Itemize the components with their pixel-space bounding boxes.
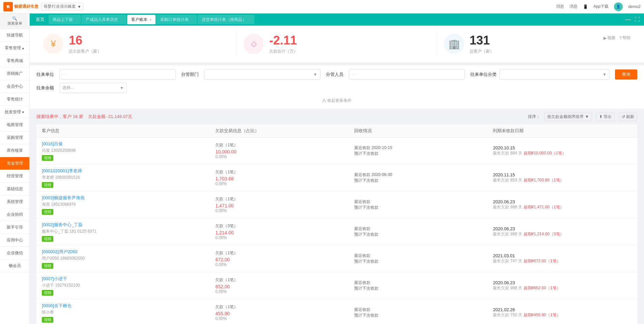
debt-amount-6[interactable]: 652.00 bbox=[215, 284, 354, 289]
collapse-label: 收起更多条件 bbox=[327, 98, 352, 104]
sidebar-item-app-center[interactable]: 应用中心 bbox=[0, 234, 29, 247]
sidebar-item-basic[interactable]: 基础信息 bbox=[0, 183, 29, 196]
sidebar-item-retail-stats[interactable]: 零售统计 bbox=[0, 93, 29, 106]
due-date-6: 2020.06.23 bbox=[493, 280, 632, 285]
tab-close-production-history[interactable]: × bbox=[120, 18, 122, 22]
sidebar-item-vip[interactable]: 畅会员 bbox=[0, 260, 29, 272]
refresh-button[interactable]: ↺ 刷新 bbox=[619, 113, 637, 121]
customer-name-4[interactable]: [0002]服务中心_丁磊 bbox=[42, 222, 83, 227]
export-button[interactable]: ⬆ 导出 bbox=[596, 113, 615, 121]
results-info-suffix: 家 bbox=[79, 114, 83, 119]
tab-close-purchase-order[interactable]: × bbox=[191, 18, 193, 22]
debt-amount-7[interactable]: 455.90 bbox=[215, 311, 354, 316]
customer-name-3[interactable]: [0003]畅捷服务尹海燕 bbox=[42, 195, 85, 200]
collection-info-4: 最近收款 预计下次收款 bbox=[354, 226, 493, 237]
customer-name-5[interactable]: [000002]用户2050 bbox=[42, 249, 78, 254]
tab-purchase-order[interactable]: 采购订单统计表 × bbox=[156, 15, 197, 24]
col-header-customer: 客户信息 bbox=[42, 128, 215, 134]
customer-info-7: [0006]去下粮仓 陈小希 现销 bbox=[42, 303, 215, 323]
debt-amount-3[interactable]: 1,471.00 bbox=[215, 203, 354, 208]
filter-unit-category-select[interactable]: ▼ bbox=[499, 69, 610, 80]
overdue-link-7[interactable]: 超期¥455.90（1笔） bbox=[524, 313, 561, 317]
customer-tag-1: 现销 bbox=[42, 155, 53, 161]
sidebar-item-batch-mgmt[interactable]: 批发管理 ▼ bbox=[0, 106, 29, 119]
customer-name-7[interactable]: [0006]去下粮仓 bbox=[42, 303, 72, 308]
filter-dept-select[interactable]: ▼ bbox=[204, 69, 320, 80]
message-label[interactable]: 消息 bbox=[569, 4, 578, 9]
tab-product-listing[interactable]: 商品上下架 × bbox=[49, 15, 81, 24]
tab-production-history[interactable]: 产成品入库单历史 × bbox=[82, 15, 126, 24]
filter-source-unit-input[interactable]: ··· bbox=[59, 69, 176, 80]
sidebar-item-finance[interactable]: 资金管理 bbox=[0, 157, 29, 170]
overdue-info-1: 2020.10.15 最长欠款 884 天 超期¥10,000.00（1笔） bbox=[493, 145, 632, 156]
collection-latest-1: 最近收款 2020-10-15 bbox=[354, 145, 493, 151]
avatar[interactable]: 👤 bbox=[614, 2, 623, 11]
tab-close-product-listing[interactable]: × bbox=[75, 18, 77, 22]
overdue-link-4[interactable]: 超期¥1,214.00（3笔） bbox=[524, 232, 564, 236]
sort-select[interactable]: 按欠款金额倒序排序 ▼ bbox=[544, 113, 592, 121]
tab-close-inventory-stats[interactable]: × bbox=[248, 18, 250, 22]
tab-collapse-btn[interactable]: — bbox=[624, 17, 632, 23]
sidebar-label-system: 系统管理 bbox=[1, 199, 28, 205]
customer-info-3: [0003]畅捷服务尹海燕 海燕 18513066976 现销 bbox=[42, 195, 215, 215]
sidebar-item-member[interactable]: 会员中心 bbox=[0, 80, 29, 93]
sidebar-item-purchase[interactable]: 采购管理 bbox=[0, 131, 29, 144]
debt-amount-4[interactable]: 1,214.00 bbox=[215, 230, 354, 235]
sidebar-item-inventory[interactable]: 库存核算 bbox=[0, 144, 29, 157]
top-bar-left: 畅 畅捷通好生意 母婴行业演示账套 ▼ bbox=[3, 2, 84, 11]
sidebar-item-quick-nav[interactable]: 快捷导航 bbox=[0, 29, 29, 42]
customer-name-1[interactable]: [0016]吕俊 bbox=[42, 141, 63, 146]
overdue-link-6[interactable]: 超期¥652.00（1笔） bbox=[524, 286, 561, 290]
collection-latest-2: 最近收款 2020-06-30 bbox=[354, 172, 493, 178]
sidebar-item-retail-mgmt[interactable]: 零售管理 ▲ bbox=[0, 42, 29, 55]
sidebar-item-guide[interactable]: 新手引导 bbox=[0, 221, 29, 234]
filter-person-input[interactable]: ··· bbox=[349, 69, 465, 80]
tab-inventory-stats[interactable]: 进货单统计表（按商品） × bbox=[198, 15, 254, 24]
debt-percent-4: 0.00% bbox=[215, 235, 354, 240]
sidebar-item-marketing[interactable]: 营销推广 bbox=[0, 67, 29, 80]
tenant-selector[interactable]: 母婴行业演示账套 ▼ bbox=[41, 3, 84, 10]
debt-amount-5[interactable]: 672.00 bbox=[215, 257, 354, 262]
debt-count-3: 欠款（1笔） bbox=[215, 196, 354, 202]
collapse-filters-btn[interactable]: ⋀ 收起更多条件 bbox=[36, 96, 637, 105]
overdue-link-2[interactable]: 超期¥1,703.68（1笔） bbox=[524, 178, 564, 182]
stat-number-total-customers: 131 bbox=[470, 34, 598, 47]
overdue-link-3[interactable]: 超期¥1,471.00（1笔） bbox=[524, 205, 564, 209]
filter-area: 往来单位 ··· 分管部门 ▼ bbox=[30, 65, 644, 109]
tab-home[interactable]: 首页 bbox=[32, 15, 48, 24]
debt-info-7: 欠款（1笔） 455.90 0.00% bbox=[215, 304, 354, 321]
due-date-2: 2020.11.15 bbox=[493, 172, 632, 177]
debt-amount-1[interactable]: 10,000.00 bbox=[215, 149, 354, 154]
sidebar-label-operations: 经营管理 bbox=[1, 173, 28, 179]
tab-close-customer-account[interactable]: × bbox=[149, 18, 151, 22]
sidebar-item-ecommerce[interactable]: 电商管理 bbox=[0, 119, 29, 131]
filter-dept-label: 分管部门 bbox=[181, 71, 201, 78]
customer-tag-5: 现销 bbox=[42, 263, 53, 269]
app-download-label[interactable]: App下载 bbox=[593, 4, 609, 9]
help-link[interactable]: ? 帮助 bbox=[619, 35, 631, 41]
sidebar-search[interactable]: 🔍 搜索菜单 bbox=[0, 13, 29, 29]
overdue-link-1[interactable]: 超期¥10,000.00（1笔） bbox=[524, 151, 566, 155]
search-button[interactable]: 查询 bbox=[615, 69, 637, 80]
customer-name-6[interactable]: [0007]小进干 bbox=[42, 276, 67, 281]
overdue-link-5[interactable]: 超期¥672.00（1笔） bbox=[524, 259, 561, 263]
sidebar-item-retail-mall[interactable]: 零售商城 bbox=[0, 55, 29, 67]
message-link[interactable]: 消息 bbox=[556, 4, 564, 9]
filter-balance-select[interactable]: 选择... ▼ bbox=[59, 83, 127, 93]
stat-number-debt-total: -2.11 bbox=[269, 34, 430, 47]
sidebar-item-operations[interactable]: 经营管理 bbox=[0, 170, 29, 183]
customer-name-2[interactable]: [0001020001]李老师 bbox=[42, 168, 82, 173]
sidebar-item-enterprise[interactable]: 企业协同 bbox=[0, 208, 29, 221]
sidebar-label-retail-stats: 零售统计 bbox=[1, 96, 28, 102]
sidebar-item-system[interactable]: 系统管理 bbox=[0, 196, 29, 208]
sidebar-label-guide: 新手引导 bbox=[1, 225, 28, 230]
tab-expand-btn[interactable]: ⛶ bbox=[633, 17, 641, 23]
tab-purchase-order-label: 采购订单统计表 bbox=[160, 17, 189, 23]
sidebar-label-batch-mgmt: 批发管理 bbox=[5, 109, 21, 115]
debt-amount-2[interactable]: 1,703.68 bbox=[215, 176, 354, 181]
sidebar-item-wecom[interactable]: 企业微信 bbox=[0, 247, 29, 260]
collapse-up-icon: ⋀ bbox=[323, 98, 326, 103]
customer-info-2: [0001020001]李老师 李老师 18600391516 现销 bbox=[42, 168, 215, 188]
video-link[interactable]: ▶ 视频 bbox=[604, 35, 615, 41]
tab-customer-account[interactable]: 客户账本 × bbox=[127, 15, 156, 24]
